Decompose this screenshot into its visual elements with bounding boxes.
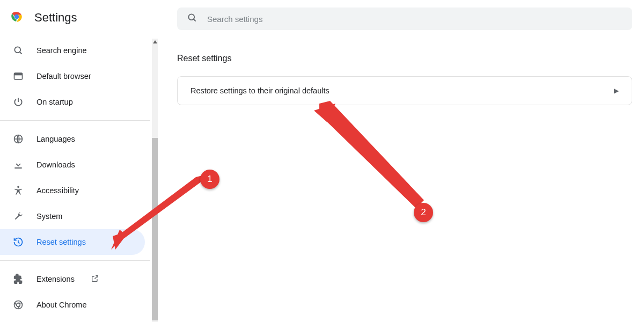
globe-icon	[13, 134, 24, 144]
power-icon	[13, 97, 24, 107]
scroll-up-arrow-icon[interactable]	[153, 40, 157, 43]
chevron-right-icon: ▶	[614, 87, 619, 94]
sidebar-item-label: Extensions	[36, 275, 75, 283]
search-input[interactable]	[207, 14, 623, 24]
sidebar-item-label: Search engine	[36, 46, 87, 55]
section-title: Reset settings	[177, 54, 632, 63]
sidebar-scrollbar[interactable]	[152, 39, 158, 322]
download-icon	[13, 159, 24, 170]
svg-line-4	[194, 19, 196, 21]
search-icon	[187, 12, 197, 25]
annotation-badge-1: 1	[200, 170, 219, 189]
sidebar-item-label: Accessibility	[36, 186, 79, 195]
sidebar-item-system[interactable]: System	[0, 203, 145, 229]
sidebar-item-label: Downloads	[36, 160, 75, 169]
sidebar-item-label: On startup	[36, 98, 73, 106]
svg-marker-19	[319, 101, 424, 208]
search-bar[interactable]	[177, 8, 632, 30]
sidebar: Search engine Default browser On startup…	[0, 38, 150, 322]
annotation-badge-2: 2	[414, 203, 433, 222]
sidebar-item-label: About Chrome	[36, 301, 87, 309]
external-link-icon	[91, 274, 99, 284]
page-title: Settings	[34, 11, 77, 25]
chrome-icon	[13, 299, 24, 310]
wrench-icon	[13, 211, 24, 222]
sidebar-item-label: Languages	[36, 135, 75, 143]
svg-rect-10	[14, 167, 21, 169]
sidebar-divider	[0, 260, 150, 261]
sidebar-item-extensions[interactable]: Extensions	[0, 266, 145, 292]
chrome-logo-icon	[10, 10, 24, 26]
sidebar-divider	[0, 120, 150, 121]
sidebar-item-accessibility[interactable]: Accessibility	[0, 178, 145, 203]
svg-point-11	[17, 186, 19, 188]
sidebar-item-label: Reset settings	[36, 238, 86, 246]
svg-point-3	[188, 14, 194, 20]
sidebar-item-on-startup[interactable]: On startup	[0, 89, 145, 115]
restore-defaults-row[interactable]: Restore settings to their original defau…	[178, 77, 632, 105]
sidebar-item-about-chrome[interactable]: About Chrome	[0, 292, 145, 318]
sidebar-item-languages[interactable]: Languages	[0, 126, 145, 152]
svg-rect-8	[14, 73, 23, 75]
svg-point-5	[14, 47, 20, 53]
sidebar-item-search-engine[interactable]: Search engine	[0, 38, 145, 63]
search-icon	[13, 45, 24, 56]
sidebar-item-label: System	[36, 212, 62, 221]
sidebar-item-label: Default browser	[36, 72, 91, 80]
settings-card: Restore settings to their original defau…	[177, 76, 632, 105]
svg-line-6	[20, 52, 22, 54]
accessibility-icon	[13, 185, 24, 196]
svg-point-2	[15, 15, 19, 19]
sidebar-item-downloads[interactable]: Downloads	[0, 152, 145, 178]
row-label: Restore settings to their original defau…	[191, 86, 330, 95]
browser-icon	[13, 71, 24, 82]
main-content: Reset settings Restore settings to their…	[177, 54, 632, 105]
extension-icon	[13, 274, 24, 284]
restore-icon	[13, 237, 24, 247]
annotation-arrow-2	[311, 101, 429, 214]
sidebar-item-default-browser[interactable]: Default browser	[0, 63, 145, 89]
svg-marker-20	[314, 104, 335, 122]
scrollbar-thumb[interactable]	[152, 138, 158, 320]
sidebar-item-reset-settings[interactable]: Reset settings	[0, 229, 145, 255]
